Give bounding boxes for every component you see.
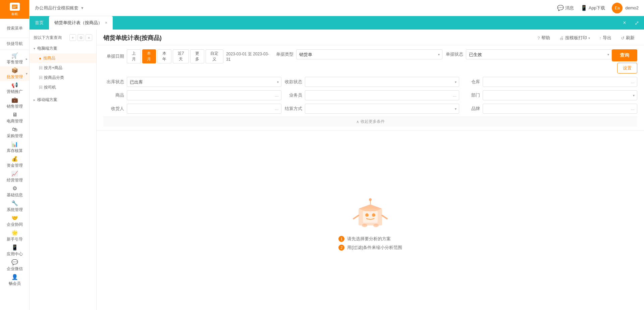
setting-button[interactable]: 设置 (617, 63, 637, 73)
department-select[interactable] (483, 90, 637, 100)
wholesale-arrow: ▾ (26, 72, 28, 75)
filter-subsection-by-category[interactable]: 回 按商品分类 (30, 73, 96, 83)
settlement-select[interactable] (305, 104, 460, 114)
workspace-selector[interactable]: 办公用品行业模拟账套 ▾ (35, 5, 84, 11)
sidebar-item-purchase[interactable]: 🛍 采购管理 (0, 125, 30, 140)
payment-status-select[interactable] (305, 77, 460, 87)
filter-add-icon[interactable]: + (69, 34, 76, 41)
sidebar-item-inventory[interactable]: 📊 库存核算 (0, 140, 30, 155)
tab-close-icon[interactable]: × (105, 20, 107, 25)
last7days-btn[interactable]: 近7天 (173, 49, 189, 63)
filter-section-desktop-title[interactable]: ▾ 电脑端方案 (30, 44, 96, 53)
last-month-btn[interactable]: 上月 (127, 49, 141, 63)
filter-subsection-month-product[interactable]: 回 按月+商品 (30, 63, 96, 73)
export-label: 导出 (603, 35, 611, 41)
recipient-dots[interactable]: … (275, 106, 279, 111)
appcenter-label: 应用中心 (7, 251, 23, 257)
sidebar-item-member[interactable]: 👤 畅会员 (0, 273, 30, 288)
retail-icon: 🛒 (11, 52, 18, 59)
svg-point-4 (372, 213, 375, 217)
quick-nav-item[interactable]: 快捷导航 (0, 38, 30, 50)
warehouse-input[interactable] (483, 77, 637, 87)
page-title: 销货单统计表(按商品) (103, 34, 162, 42)
export-button[interactable]: ↑ 导出 (597, 34, 614, 42)
sidebar-item-enterprise[interactable]: 🤝 企业协同 (0, 214, 30, 228)
sidebar: 标账 搜索菜单 快捷导航 🛒 零售管理 ▸ 📦 批发管理 ▾ 📢 营销推广 💼 … (0, 0, 30, 310)
filter-subsection-by-cashier[interactable]: 回 按司机 (30, 83, 96, 92)
collapse-label: 收起更多条件 (361, 119, 385, 124)
product-input[interactable] (127, 90, 281, 100)
empty-illustration (350, 190, 390, 230)
svg-point-3 (365, 213, 369, 217)
message-btn[interactable]: 💬 消息 (557, 5, 574, 11)
filter-section-mobile-title[interactable]: ▸ 移动端方案 (30, 95, 96, 105)
settlement-wrapper: ▾ (305, 104, 460, 114)
tab-restore-button[interactable]: ⤢ (632, 18, 641, 28)
filter-item-by-product[interactable]: ● 按商品 (30, 53, 96, 63)
product-dots[interactable]: … (275, 93, 279, 98)
right-action-buttons: 查询 设置 (612, 49, 637, 73)
doc-type-select[interactable]: 销货单 (296, 49, 442, 59)
by-category-label: 按商品分类 (44, 75, 64, 81)
sidebar-item-corpwechat[interactable]: 💬 企业微信 (0, 258, 30, 273)
app-download-btn[interactable]: 📱 App下载 (581, 5, 605, 11)
sidebar-item-sales[interactable]: 💼 销售管理 (0, 96, 30, 110)
sidebar-item-operations[interactable]: 📈 经营管理 (0, 169, 30, 184)
more-date-btn[interactable]: 更多 (190, 49, 204, 63)
basic-label: 基础信息 (7, 192, 23, 198)
brand-dots[interactable]: … (631, 106, 635, 111)
tab-home[interactable]: 首页 (30, 16, 49, 30)
out-status-select[interactable]: 已出库 (127, 77, 281, 87)
sidebar-item-finance[interactable]: 💰 资金管理 (0, 155, 30, 169)
filter-sidebar: 按以下方案查询 + ⊙ « ▾ 电脑端方案 ● 按商品 回 按月 (30, 30, 97, 310)
recipient-input[interactable] (127, 104, 281, 114)
doc-status-select[interactable]: 已生效 (466, 49, 612, 59)
salesperson-dots[interactable]: … (452, 93, 457, 98)
print-dropdown-arrow: ▾ (588, 36, 590, 40)
tab-home-label: 首页 (35, 20, 44, 26)
wholesale-icon: 📦 (11, 67, 18, 73)
sidebar-item-system[interactable]: 🔧 系统管理 (0, 199, 30, 214)
sidebar-item-ecommerce[interactable]: 🖥 电商管理 (0, 110, 30, 125)
inventory-label: 库存核算 (7, 148, 23, 154)
sidebar-item-retail[interactable]: 🛒 零售管理 ▸ (0, 51, 30, 66)
sales-icon: 💼 (11, 97, 18, 103)
user-profile[interactable]: Ea demo2 (612, 3, 639, 13)
svg-point-8 (373, 224, 379, 227)
help-icon: ? (537, 36, 540, 41)
warehouse-label: 仓库 (459, 79, 483, 85)
sidebar-item-marketing[interactable]: 📢 营销推广 (0, 81, 30, 96)
sidebar-item-basic[interactable]: ⚙ 基础信息 (0, 184, 30, 199)
filter-row-4: 收货人 … 结算方式 ▾ (103, 104, 637, 114)
warehouse-dots[interactable]: … (631, 80, 635, 84)
workspace-label: 办公用品行业模拟账套 (35, 5, 78, 11)
date-buttons: 上月 本月 本年 近7天 更多 自定义 2023-03-01 至 2023-03… (127, 49, 273, 63)
ecommerce-label: 电商管理 (7, 118, 23, 124)
sidebar-item-appcenter[interactable]: 📱 应用中心 (0, 243, 30, 258)
warehouse-filter: 仓库 … (459, 77, 637, 87)
query-button[interactable]: 查询 (612, 49, 637, 61)
refresh-button[interactable]: ↺ 刷新 (618, 34, 637, 42)
refresh-label: 刷新 (626, 35, 635, 41)
this-month-btn[interactable]: 本月 (142, 49, 156, 63)
this-year-btn[interactable]: 本年 (157, 49, 171, 63)
sidebar-item-wholesale[interactable]: 📦 批发管理 ▾ (0, 66, 30, 81)
newguide-label: 新手引导 (7, 237, 23, 242)
brand-input[interactable] (483, 104, 637, 114)
sidebar-item-newguide[interactable]: 🌟 新手引导 (0, 228, 30, 243)
filter-sidebar-title: 按以下方案查询 (34, 35, 62, 41)
tab-sales-stats[interactable]: 销货单统计表（按商品） × (49, 16, 113, 30)
tab-close-button[interactable]: × (620, 18, 629, 28)
filter-settings-icon[interactable]: ⊙ (77, 34, 84, 41)
custom-date-btn[interactable]: 自定义 (206, 49, 223, 63)
logo-icon (10, 3, 20, 11)
collapse-bar[interactable]: ∧ 收起更多条件 (103, 116, 637, 126)
filter-collapse-icon[interactable]: « (86, 34, 92, 41)
marketing-icon: 📢 (11, 82, 18, 88)
help-button[interactable]: ? 帮助 (535, 34, 552, 42)
search-menu-item[interactable]: 搜索菜单 (0, 22, 30, 34)
salesperson-input[interactable] (305, 90, 460, 100)
workspace-dropdown-arrow: ▾ (81, 5, 84, 10)
template-print-button[interactable]: 🖨 按模板打印 ▾ (557, 34, 593, 42)
marketing-label: 营销推广 (7, 89, 23, 95)
